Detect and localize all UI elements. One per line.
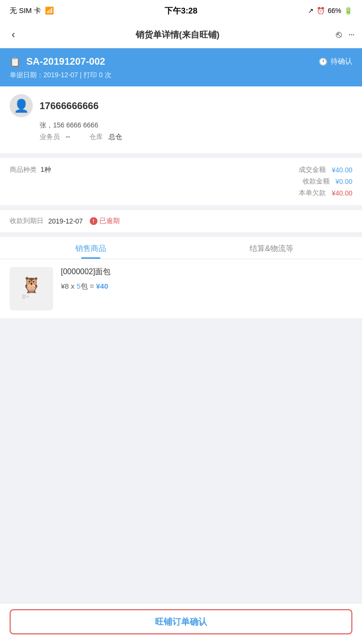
- bottom-spacer: [0, 318, 362, 415]
- overdue-icon: !: [90, 217, 97, 225]
- warehouse-field: 仓库 总仓: [89, 133, 122, 141]
- salesperson-label: 业务员: [40, 133, 60, 140]
- outstanding-label: 本单欠款: [299, 189, 326, 197]
- due-date: 2019-12-07: [48, 217, 83, 225]
- product-section: 🦉 群+ [0000002]面包 ¥8 x 5包 = ¥40: [0, 259, 362, 318]
- overdue-text: 已逾期: [99, 217, 120, 225]
- customer-info: 张，156 6666 6666 业务员 -- 仓库 总仓: [40, 121, 352, 141]
- payment-row: 收款金额 ¥0.00: [303, 177, 352, 186]
- battery-text: 66%: [328, 7, 341, 14]
- time-display: 下午3:28: [165, 5, 197, 16]
- status-right: ↗ ⏰ 66% 🔋: [308, 7, 352, 14]
- transaction-label: 成交金额: [299, 166, 326, 174]
- alarm-icon: ⏰: [317, 7, 325, 14]
- battery-icon: 🔋: [344, 7, 352, 14]
- status-bar: 无 SIM 卡 📶 下午3:28 ↗ ⏰ 66% 🔋: [0, 0, 362, 21]
- nav-actions: ⎋ ···: [336, 29, 354, 40]
- tabs-container: 销售商品 结算&物流等: [0, 237, 362, 259]
- payment-value: ¥0.00: [335, 178, 352, 185]
- tabs: 销售商品 结算&物流等: [0, 237, 362, 259]
- customer-section: 👤 17666666666 张，156 6666 6666 业务员 -- 仓库 …: [0, 86, 362, 153]
- salesperson-field: 业务员 --: [40, 133, 70, 141]
- summary-right: 成交金额 ¥40.00 收款金额 ¥0.00 本单欠款 ¥40.00: [299, 166, 352, 197]
- status-left: 无 SIM 卡 📶: [10, 6, 54, 15]
- location-icon: ↗: [308, 7, 314, 14]
- warehouse-label: 仓库: [89, 133, 103, 140]
- order-id: SA-20191207-002: [26, 56, 105, 67]
- product-image: 🦉 群+: [10, 267, 53, 310]
- warehouse-value: 总仓: [109, 133, 122, 140]
- salesperson-value: --: [66, 133, 70, 140]
- product-type-value: 1种: [41, 166, 51, 174]
- customer-meta: 业务员 -- 仓库 总仓: [40, 133, 352, 141]
- customer-top: 👤 17666666666: [10, 94, 352, 117]
- overdue-badge: ! 已逾期: [90, 217, 120, 225]
- price-base: ¥8 x: [61, 282, 77, 290]
- header-card-top: 📋 SA-20191207-002 🕐 待确认: [10, 56, 352, 67]
- product-image-placeholder: 🦉 群+: [22, 277, 41, 300]
- status-badge: 🕐 待确认: [319, 57, 352, 66]
- product-info: [0000002]面包 ¥8 x 5包 = ¥40: [61, 267, 352, 291]
- page-title: 销货单详情(来自旺铺): [136, 29, 220, 41]
- price-quantity: 5: [77, 282, 81, 290]
- avatar-icon: 👤: [14, 98, 29, 113]
- product-type-label: 商品种类: [10, 166, 37, 174]
- more-button[interactable]: ···: [348, 29, 354, 40]
- customer-name: 张，156 6666 6666: [40, 121, 352, 130]
- order-icon: 📋: [10, 57, 20, 67]
- confirm-button[interactable]: 旺铺订单确认: [10, 609, 352, 634]
- clock-icon: 🕐: [319, 57, 328, 66]
- customer-phone: 17666666666: [40, 100, 98, 112]
- price-total: ¥40: [96, 282, 108, 290]
- due-section: 收款到期日 2019-12-07 ! 已逾期: [0, 210, 362, 232]
- summary-left: 商品种类 1种: [10, 166, 51, 174]
- outstanding-row: 本单欠款 ¥40.00: [299, 189, 352, 197]
- order-meta: 单据日期：2019-12-07 | 打印 0 次: [10, 71, 352, 80]
- payment-label: 收款金额: [303, 177, 330, 186]
- header-card: 📋 SA-20191207-002 🕐 待确认 单据日期：2019-12-07 …: [0, 48, 362, 86]
- product-price: ¥8 x 5包 = ¥40: [61, 282, 352, 291]
- transaction-value: ¥40.00: [332, 166, 352, 174]
- nav-bar: ‹ 销货单详情(来自旺铺) ⎋ ···: [0, 21, 362, 48]
- carrier-text: 无 SIM 卡: [10, 6, 41, 15]
- share-button[interactable]: ⎋: [336, 29, 342, 40]
- price-unit: 包 =: [81, 282, 96, 290]
- order-id-container: 📋 SA-20191207-002: [10, 56, 105, 67]
- wifi-icon: 📶: [45, 6, 54, 15]
- summary-section: 商品种类 1种 成交金额 ¥40.00 收款金额 ¥0.00 本单欠款 ¥40.…: [0, 158, 362, 205]
- due-label: 收款到期日: [10, 217, 43, 225]
- transaction-row: 成交金额 ¥40.00: [299, 166, 352, 174]
- outstanding-value: ¥40.00: [332, 189, 352, 197]
- back-button[interactable]: ‹: [8, 25, 19, 45]
- tab-sales-product[interactable]: 销售商品: [0, 237, 181, 259]
- tab-settlement-logistics[interactable]: 结算&物流等: [181, 237, 362, 259]
- bottom-bar: 旺铺订单确认: [0, 603, 362, 644]
- avatar: 👤: [10, 94, 33, 117]
- product-name: [0000002]面包: [61, 267, 352, 277]
- order-status: 待确认: [331, 57, 352, 66]
